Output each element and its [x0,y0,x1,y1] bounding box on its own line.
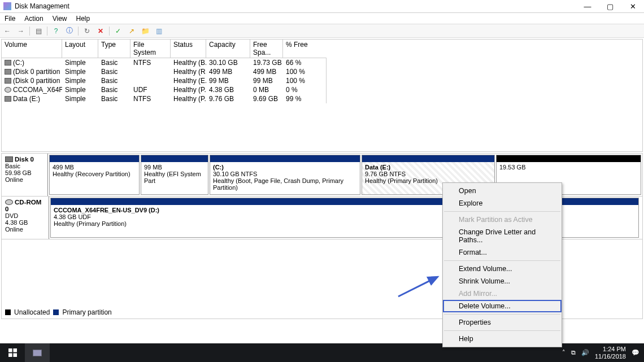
svg-rect-3 [8,353,12,357]
partition[interactable]: (C:)30.10 GB NTFSHealthy (Boot, Page Fil… [210,155,360,195]
toolbar-sep [47,27,47,36]
menu-file[interactable]: File [0,14,20,24]
legend-unallocated-label: Unallocated [14,308,50,316]
ctx-add-mirror: Add Mirror... [443,287,562,300]
disk-kind: DVD [5,212,18,219]
toolbar-sep [109,27,110,36]
col-type[interactable]: Type [98,40,130,58]
volume-list-body: (C:)SimpleBasicNTFSHealthy (B...30.10 GB… [2,58,642,151]
table-row[interactable]: (Disk 0 partition 1)SimpleBasicHealthy (… [2,67,642,76]
delete-icon[interactable]: ✕ [95,26,106,36]
nav-forward-icon[interactable]: → [16,26,26,36]
action2-icon[interactable]: ↗ [127,26,137,36]
disk-size: 59.98 GB [5,169,31,176]
action4-icon[interactable]: ▥ [154,26,164,36]
partition-header [210,155,360,162]
cdrom-icon [5,199,13,205]
ctx-mark-active: Mark Partition as Active [443,213,562,226]
toolbar: ← → ▤ ? ⓘ ↻ ✕ ✓ ↗ 📁 ▥ [0,24,644,38]
disk-state: Online [5,226,23,233]
annotation-arrow [395,271,446,302]
tray-volume-icon[interactable]: 🔊 [581,349,589,356]
ctx-properties[interactable]: Properties [443,316,562,329]
disk-label[interactable]: Disk 0 Basic 59.98 GB Online [2,154,48,196]
menu-action[interactable]: Action [20,14,47,24]
menu-bar: File Action View Help [0,13,644,24]
partition[interactable]: 499 MBHealthy (Recovery Partition) [49,155,140,195]
col-layout[interactable]: Layout [62,40,98,58]
properties-icon[interactable]: ⓘ [64,26,75,36]
table-row[interactable]: (Disk 0 partition 2)SimpleBasicHealthy (… [2,76,642,85]
close-button[interactable]: ✕ [621,0,644,12]
disk-icon [5,156,13,162]
menu-help[interactable]: Help [72,14,95,24]
disk-mgmt-icon [33,350,42,356]
ctx-extend[interactable]: Extend Volume... [443,263,562,275]
menu-view[interactable]: View [48,14,72,24]
volume-list: Volume Layout Type File System Status Ca… [1,39,643,152]
partition[interactable]: 99 MBHealthy (EFI System Part [141,155,208,195]
ctx-sep [444,330,560,331]
ctx-sep [444,260,560,261]
ctx-open[interactable]: Open [443,185,562,197]
legend-primary-swatch [53,309,59,315]
toolbar-sep [78,27,79,36]
title-bar: Disk Management — ▢ ✕ [0,0,644,13]
partition-header [497,155,641,162]
hdd-icon [5,69,11,75]
partition-header [362,155,494,162]
disk-label[interactable]: CD-ROM 0 DVD 4.38 GB Online [2,197,49,239]
help-icon[interactable]: ? [51,26,61,36]
show-hide-icon[interactable]: ▤ [33,26,43,36]
context-menu: Open Explore Mark Partition as Active Ch… [442,182,562,347]
legend-primary-label: Primary partition [62,308,111,316]
taskbar-app-disk-management[interactable] [25,343,50,362]
legend: Unallocated Primary partition [2,306,115,319]
ctx-explore[interactable]: Explore [443,197,562,210]
col-pctfree[interactable]: % Free [283,40,327,58]
tray-network-icon[interactable]: ⧉ [571,349,576,356]
ctx-sep [444,211,560,212]
svg-rect-1 [8,348,12,352]
svg-rect-4 [13,353,17,357]
col-filesystem[interactable]: File System [130,40,171,58]
hdd-icon [5,78,11,84]
hdd-icon [5,60,11,66]
start-button[interactable] [0,343,25,362]
col-capacity[interactable]: Capacity [206,40,250,58]
volume-list-header: Volume Layout Type File System Status Ca… [2,40,642,58]
ctx-delete-volume[interactable]: Delete Volume... [443,300,562,312]
svg-line-0 [398,277,438,296]
ctx-change-letter[interactable]: Change Drive Letter and Paths... [443,226,562,246]
tray-date: 11/16/2018 [595,353,626,360]
disk-title: Disk 0 [15,156,34,163]
system-tray: ˄ ⧉ 🔊 1:24 PM 11/16/2018 💬 [562,346,644,359]
toolbar-sep [29,27,30,36]
refresh-icon[interactable]: ↻ [82,26,92,36]
maximize-button[interactable]: ▢ [599,0,621,12]
action3-icon[interactable]: 📁 [140,26,150,36]
ctx-format[interactable]: Format... [443,246,562,259]
tray-notifications-icon[interactable]: 💬 [632,349,639,356]
action1-icon[interactable]: ✓ [113,26,123,36]
table-row[interactable]: (C:)SimpleBasicNTFSHealthy (B...30.10 GB… [2,58,642,67]
nav-back-icon[interactable]: ← [2,26,12,36]
disk-size: 4.38 GB [5,219,28,226]
table-row[interactable]: CCCOMA_X64FRE...SimpleBasicUDFHealthy (P… [2,85,642,94]
table-row[interactable]: Data (E:)SimpleBasicNTFSHealthy (P...9.7… [2,94,642,103]
ctx-help[interactable]: Help [443,333,562,345]
disk-kind: Basic [5,163,20,169]
legend-unallocated-swatch [5,309,11,315]
cd-icon [5,87,11,93]
tray-chevron-up-icon[interactable]: ˄ [562,349,565,356]
col-status[interactable]: Status [171,40,206,58]
minimize-button[interactable]: — [576,0,599,12]
ctx-sep [444,314,560,315]
tray-clock[interactable]: 1:24 PM 11/16/2018 [595,346,626,359]
window-title: Disk Management [15,2,69,10]
disk-state: Online [5,176,23,183]
partition-header [50,155,139,162]
col-free[interactable]: Free Spa... [250,40,283,58]
col-volume[interactable]: Volume [2,40,62,58]
ctx-shrink[interactable]: Shrink Volume... [443,275,562,287]
